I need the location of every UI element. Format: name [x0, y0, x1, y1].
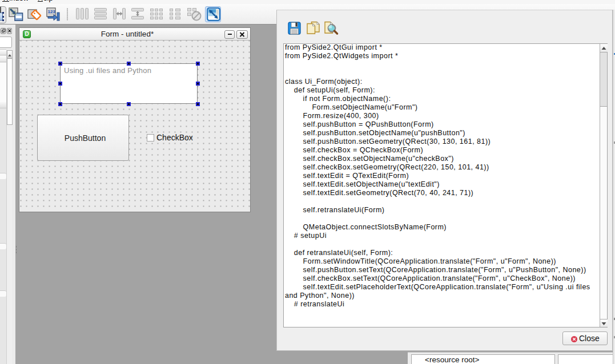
svg-text:123: 123 — [48, 9, 56, 14]
